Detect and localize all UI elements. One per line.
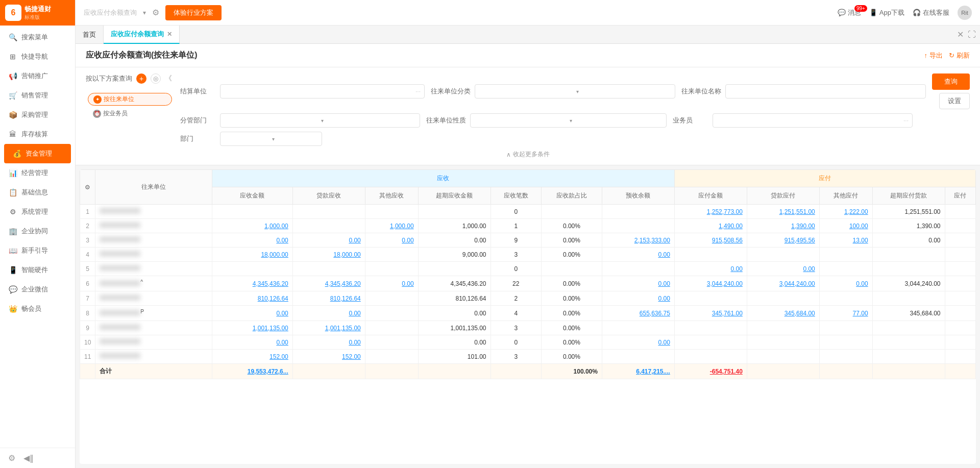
filter-expand-button[interactable]: 《 <box>165 74 172 83</box>
refresh-button[interactable]: ↻ 刷新 <box>949 51 970 60</box>
settlement-icon[interactable]: ··· <box>415 88 421 95</box>
cell-link[interactable]: 4,345,436.20 <box>325 280 361 287</box>
cell-link[interactable]: 0.00 <box>276 237 288 244</box>
tab-maximize-btn[interactable]: ⛶ <box>968 30 976 39</box>
cell-link[interactable]: 152.00 <box>342 353 361 360</box>
cell-link[interactable]: 0.00 <box>402 280 413 287</box>
sidebar-item-guide[interactable]: 📖新手引导 <box>0 241 75 260</box>
tab-home[interactable]: 首页 <box>76 26 104 44</box>
cell-link[interactable]: 0.00 <box>658 251 670 258</box>
cell-link[interactable]: 1,000.00 <box>390 223 414 230</box>
footer-ar-prepay[interactable]: 6,417,215.... <box>602 364 674 379</box>
cell-link[interactable]: 1,252,773.00 <box>707 208 743 215</box>
sidebar-item-basic-info[interactable]: 📋基础信息 <box>0 183 75 202</box>
cell-link[interactable]: 18,000.00 <box>333 251 360 258</box>
sidebar-item-purchase[interactable]: 📦采购管理 <box>0 105 75 125</box>
cell-link[interactable]: 1,490.00 <box>719 223 743 230</box>
sidebar-item-operations[interactable]: 📊经营管理 <box>0 163 75 183</box>
footer-ap-amount[interactable]: -654,751.40 <box>674 364 747 379</box>
cell-link[interactable]: 0.00 <box>730 265 742 273</box>
header-gear-icon[interactable]: ⚙ <box>152 8 159 17</box>
cell-link[interactable]: 810,126.64 <box>258 295 288 302</box>
cell-link[interactable]: 1,000.00 <box>264 223 288 230</box>
cell-link[interactable]: 1,001,135.00 <box>253 325 288 332</box>
cell-link[interactable]: 1,222.00 <box>844 208 868 215</box>
cell-link[interactable]: 655,636.75 <box>640 310 670 317</box>
tab-close-icon[interactable]: ✕ <box>167 31 172 38</box>
query-button[interactable]: 查询 <box>932 73 970 90</box>
cell-link[interactable]: 3,044,240.00 <box>779 280 815 287</box>
cell-link[interactable]: 0.00 <box>803 265 815 273</box>
cell-link[interactable]: 4,345,436.20 <box>253 280 288 287</box>
cell-link[interactable]: 77.00 <box>853 310 868 317</box>
cell-link[interactable]: 0.00 <box>658 280 670 287</box>
cell-link[interactable]: 915,495.56 <box>785 237 815 244</box>
header-message[interactable]: 💬 消息 99+ <box>838 8 861 17</box>
cell-link[interactable]: 3,044,240.00 <box>707 280 743 287</box>
sidebar-item-enterprise[interactable]: 🏢企业协同 <box>0 221 75 241</box>
filter-tab-salesperson[interactable]: ⏰ 按业务员 <box>88 108 172 119</box>
table-settings-header[interactable]: ⚙ <box>80 170 95 205</box>
cell-link[interactable]: 1,001,135.00 <box>325 325 361 332</box>
cell-link[interactable]: 0.00 <box>276 310 288 317</box>
settings-footer-icon[interactable]: ⚙ <box>8 453 15 463</box>
tab-arbalance[interactable]: 应收应付余额查询 ✕ <box>104 26 180 44</box>
cell-ar-overdue <box>418 262 491 276</box>
cell-link[interactable]: 0.00 <box>349 237 360 244</box>
cell-link[interactable]: 0.00 <box>276 339 288 346</box>
cell-ap-amount <box>674 321 747 335</box>
unit-category-select[interactable]: ▾ <box>475 84 675 98</box>
collapse-icon[interactable]: ◀‖ <box>23 453 34 463</box>
export-button[interactable]: ↑ 导出 <box>924 51 943 60</box>
dept2-select[interactable]: ▾ <box>220 132 322 146</box>
table-settings-icon[interactable]: ⚙ <box>85 184 90 191</box>
cell-link[interactable]: 0.00 <box>349 310 360 317</box>
footer-ar-amount[interactable]: 19,553,472,6... <box>212 364 292 379</box>
setting-button[interactable]: 设置 <box>939 93 970 109</box>
sidebar-item-marketing[interactable]: 📢营销推广 <box>0 66 75 86</box>
cell-link[interactable]: 0.00 <box>856 280 868 287</box>
cell-link[interactable]: 1,251,551.00 <box>779 208 815 215</box>
cell-link[interactable]: 100.00 <box>849 223 868 230</box>
cell-link[interactable]: 810,126.64 <box>330 295 361 302</box>
salesperson-input[interactable] <box>713 113 913 128</box>
sidebar-item-wechat[interactable]: 💬企业微信 <box>0 280 75 299</box>
sidebar-item-member[interactable]: 👑畅会员 <box>0 299 75 318</box>
cell-link[interactable]: 0.00 <box>402 237 413 244</box>
cell-link[interactable]: 152.00 <box>270 353 288 360</box>
cell-link[interactable]: 0.00 <box>349 339 360 346</box>
filter-tab-unit[interactable]: ✦ 按往来单位 <box>88 93 172 106</box>
table-row: 4 18,000.00 18,000.00 9,000.00 3 0.00% 0… <box>80 248 976 262</box>
cell-link[interactable]: 0.00 <box>658 295 670 302</box>
sidebar-item-smart-hw[interactable]: 📱智能硬件 <box>0 260 75 280</box>
salesperson-icon[interactable]: ··· <box>903 117 909 124</box>
filter-add-button[interactable]: + <box>136 73 146 84</box>
sidebar-item-search[interactable]: 🔍搜索菜单 <box>0 28 75 47</box>
header-service[interactable]: 🎧 在线客服 <box>913 8 949 17</box>
sidebar-item-inventory[interactable]: 🏛库存核算 <box>0 125 75 144</box>
header-app-download[interactable]: 📱 App下载 <box>869 8 904 17</box>
collapse-more-button[interactable]: ∧ 收起更多条件 <box>86 146 970 159</box>
cell-link[interactable]: 0.00 <box>658 339 670 346</box>
sidebar-item-sales[interactable]: 🛒销售管理 <box>0 86 75 105</box>
cell-link[interactable]: 1,390.00 <box>791 223 815 230</box>
filter-settings-button[interactable]: ◎ <box>151 73 161 84</box>
cell-link[interactable]: 18,000.00 <box>261 251 288 258</box>
unit-nature-select[interactable]: ▾ <box>470 113 666 128</box>
cell-ap-rest <box>945 291 975 306</box>
cell-ap-rest <box>945 321 975 335</box>
sidebar-item-finance[interactable]: 💰资金管理 <box>4 144 71 163</box>
header-user-avatar[interactable]: Rit <box>958 6 972 20</box>
unit-name-input[interactable] <box>725 84 926 98</box>
cell-link[interactable]: 345,761.00 <box>712 310 743 317</box>
tab-close-window-btn[interactable]: ✕ <box>957 30 964 39</box>
dept-select[interactable]: ▾ <box>220 113 420 128</box>
cell-link[interactable]: 345,684.00 <box>785 310 815 317</box>
solution-button[interactable]: 体验行业方案 <box>165 5 222 20</box>
settlement-input[interactable] <box>220 84 425 98</box>
sidebar-item-quick-nav[interactable]: ⊞快捷导航 <box>0 47 75 66</box>
cell-link[interactable]: 2,153,333.00 <box>634 237 670 244</box>
cell-link[interactable]: 915,508.56 <box>712 237 743 244</box>
sidebar-item-system[interactable]: ⚙系统管理 <box>0 202 75 221</box>
cell-link[interactable]: 13.00 <box>853 237 868 244</box>
